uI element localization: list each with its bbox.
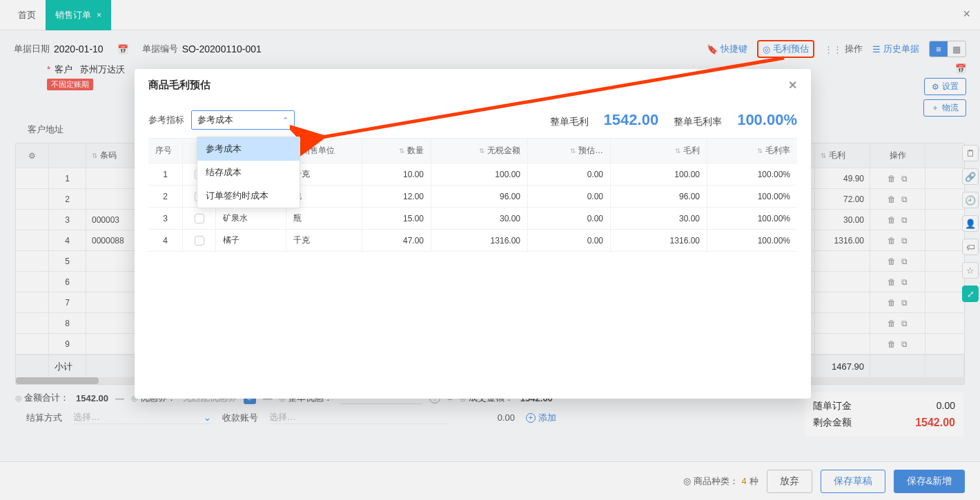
margin-estimate-modal: 商品毛利预估 ✕ 参考指标 参考成本 ⌃ 整单毛利 1542.00 整单毛利率 …: [135, 69, 811, 399]
col-notax[interactable]: 无税金额: [431, 139, 528, 163]
option-carry-cost[interactable]: 结存成本: [197, 161, 300, 184]
col-qty[interactable]: 数量: [362, 139, 431, 163]
col-seq[interactable]: 序号: [148, 139, 183, 163]
row-checkbox[interactable]: [195, 236, 204, 246]
col-est[interactable]: 预估…: [528, 139, 611, 163]
total-rate-value: 100.00%: [737, 111, 797, 129]
ref-dropdown: 参考成本 结存成本 订单签约时成本: [197, 137, 300, 208]
option-reference-cost[interactable]: 参考成本: [197, 137, 300, 161]
total-margin-value: 1542.00: [604, 111, 659, 129]
ref-label: 参考指标: [148, 114, 184, 126]
row-checkbox[interactable]: [195, 214, 204, 223]
modal-title: 商品毛利预估: [148, 79, 210, 92]
table-row[interactable]: 3矿泉水瓶15.0030.000.0030.00100.00%: [148, 208, 797, 230]
modal-close-icon[interactable]: ✕: [788, 79, 797, 92]
total-margin-label: 整单毛利: [550, 116, 589, 128]
col-rate[interactable]: 毛利率: [707, 139, 797, 163]
col-profit[interactable]: 毛利: [611, 139, 707, 163]
ref-select[interactable]: 参考成本 ⌃: [191, 110, 295, 130]
chevron-up-icon: ⌃: [282, 116, 288, 125]
table-row[interactable]: 4橘子千克47.001316.000.001316.00100.00%: [148, 230, 797, 252]
option-contract-cost[interactable]: 订单签约时成本: [197, 184, 300, 208]
total-rate-label: 整单毛利率: [674, 116, 722, 128]
